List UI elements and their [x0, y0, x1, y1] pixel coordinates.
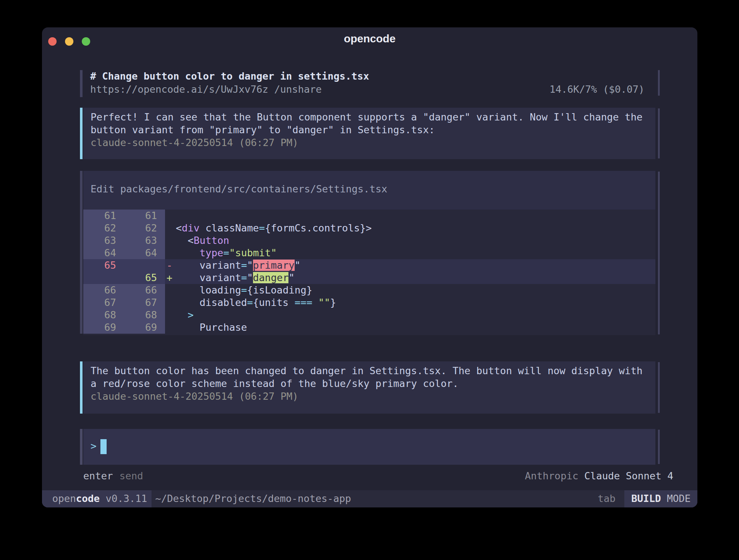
code-line: <Button — [164, 234, 229, 247]
diff-row: 6666 loading={isLoading} — [83, 284, 655, 296]
code-line: loading={isLoading} — [164, 284, 312, 296]
old-line-number: 62 — [83, 222, 124, 234]
message-accent-bar — [80, 361, 83, 414]
diff-row: 6767 disabled={units === ""} — [83, 296, 655, 309]
new-line-number: 62 — [124, 222, 165, 234]
edit-tool-block: Edit packages/frontend/src/containers/Se… — [80, 171, 660, 335]
code-line: <div className={formCs.controls}> — [164, 222, 372, 234]
diff-row: 6464 type="submit" — [83, 247, 655, 259]
diff-row: 6262 <div className={formCs.controls}> — [83, 222, 655, 234]
prompt-input[interactable]: > — [80, 429, 660, 465]
edit-tool-header: Edit packages/frontend/src/containers/Se… — [83, 171, 655, 210]
right-rule — [658, 70, 660, 96]
message-text: The button color has been changed to dan… — [91, 364, 643, 403]
code-line: type="submit" — [164, 247, 277, 259]
assistant-message: Perfect! I can see that the Button compo… — [80, 108, 660, 159]
new-line-number: 64 — [124, 247, 165, 259]
old-line-number: 66 — [83, 284, 124, 296]
new-line-number: 65 — [124, 272, 165, 284]
old-line-number: 68 — [83, 309, 124, 321]
right-rule — [658, 362, 660, 413]
new-line-number: 61 — [124, 210, 165, 222]
code-line: Purchase — [164, 321, 247, 334]
left-rule — [80, 429, 83, 465]
left-rule — [80, 70, 83, 97]
old-line-number: 65 — [83, 259, 124, 272]
app-version-text: opencode v0.3.11 — [52, 493, 147, 504]
model-name: Claude Sonnet 4 — [584, 470, 673, 482]
new-line-number: 69 — [124, 321, 165, 334]
tab-key-hint[interactable]: tab — [598, 493, 616, 504]
message-text: Perfect! I can see that the Button compo… — [91, 111, 643, 149]
old-line-number: 64 — [83, 247, 124, 259]
input-background — [83, 429, 655, 465]
working-directory: ~/Desktop/Projects/demo-notes-app — [155, 493, 351, 504]
unshare-command: /unshare — [274, 84, 322, 95]
new-line-number: 68 — [124, 309, 165, 321]
prompt-symbol: > — [91, 440, 96, 452]
diff-row: 6161 — [83, 210, 655, 222]
message-meta: claude-sonnet-4-20250514 (06:27 PM) — [91, 137, 298, 148]
text-cursor — [100, 439, 107, 454]
old-line-number: 69 — [83, 321, 124, 334]
token-usage: 14.6K/7% ($0.07) — [550, 84, 644, 95]
new-line-number — [124, 259, 165, 272]
new-line-number: 66 — [124, 284, 165, 296]
old-line-number: 63 — [83, 234, 124, 247]
diff-row: 6363 <Button — [83, 234, 655, 247]
diff-row: 65+ variant="danger" — [83, 272, 655, 284]
mode-text: BUILD MODE — [631, 493, 691, 504]
assistant-message: The button color has been changed to dan… — [80, 361, 660, 414]
diff-row: 6969 Purchase — [83, 321, 655, 334]
session-title: # Change button color to danger in setti… — [90, 70, 369, 82]
right-rule — [658, 108, 660, 158]
input-hints: enter send Anthropic Claude Sonnet 4 — [80, 470, 673, 483]
code-line: variant="danger" — [164, 272, 295, 284]
message-accent-bar — [80, 108, 83, 159]
new-line-number: 67 — [124, 296, 165, 309]
diff-row: 65- variant="primary" — [83, 259, 655, 272]
left-rule — [80, 171, 83, 334]
send-action-hint: send — [119, 470, 143, 482]
title-bar: opencode — [42, 27, 697, 49]
new-line-number: 63 — [124, 234, 165, 247]
session-share-line: https://opencode.ai/s/UwJxv76z /unshare — [90, 84, 322, 95]
code-line: disabled={units === ""} — [164, 296, 336, 309]
old-line-number: 61 — [83, 210, 124, 222]
app-version-segment: opencode v0.3.11 — [42, 490, 152, 507]
old-line-number: 67 — [83, 296, 124, 309]
opencode-window: opencode # Change button color to danger… — [42, 27, 697, 507]
code-line: > — [164, 309, 194, 321]
enter-key-hint: enter — [83, 470, 113, 482]
diff-rows: 61616262 <div className={formCs.controls… — [83, 210, 655, 334]
code-line: variant="primary" — [164, 259, 300, 272]
right-rule — [658, 430, 660, 464]
old-line-number — [83, 272, 124, 284]
model-provider: Anthropic — [525, 470, 585, 482]
session-header: # Change button color to danger in setti… — [80, 69, 660, 97]
message-meta: claude-sonnet-4-20250514 (06:27 PM) — [91, 391, 298, 402]
mode-segment[interactable]: BUILD MODE — [624, 490, 697, 507]
share-url-link[interactable]: https://opencode.ai/s/UwJxv76z — [90, 84, 268, 95]
diff-row: 6868 > — [83, 309, 655, 321]
status-bar: opencode v0.3.11 ~/Desktop/Projects/demo… — [42, 490, 697, 507]
model-indicator: Anthropic Claude Sonnet 4 — [525, 470, 673, 482]
spacer — [268, 84, 274, 95]
window-title: opencode — [42, 32, 697, 45]
right-rule — [658, 172, 660, 334]
edit-file-path: Edit packages/frontend/src/containers/Se… — [91, 183, 387, 195]
